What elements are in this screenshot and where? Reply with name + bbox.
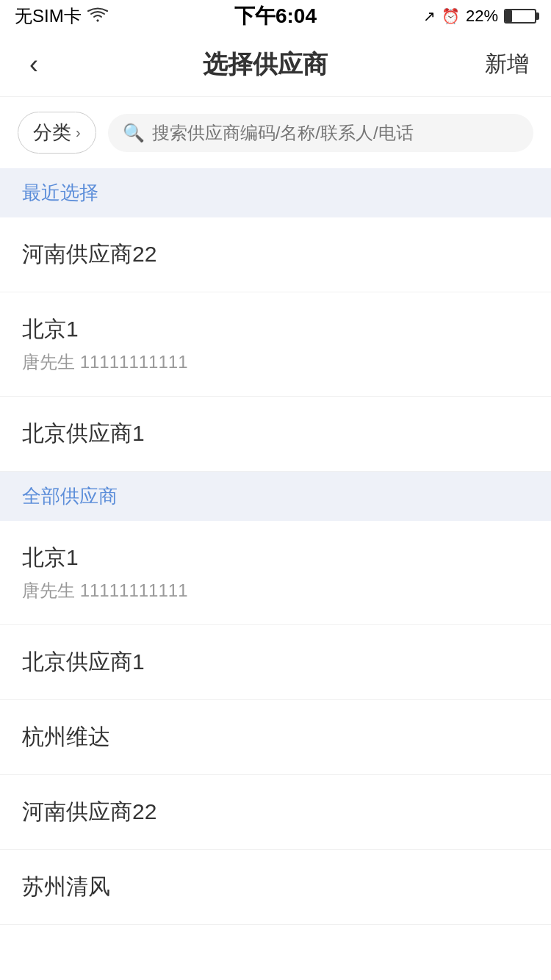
status-left: 无SIM卡 — [15, 4, 108, 28]
category-label: 分类 — [33, 120, 71, 145]
status-right: ↗ ⏰ 22% — [423, 7, 536, 26]
item-name: 北京供应商1 — [22, 419, 529, 449]
nav-bar: ‹ 选择供应商 新增 — [0, 32, 551, 97]
battery-percent: 22% — [466, 7, 498, 26]
item-name: 苏州清风 — [22, 872, 529, 902]
recent-list: 河南供应商22北京1唐先生 11111111111北京供应商1 — [0, 217, 551, 472]
recent-list-item[interactable]: 北京1唐先生 11111111111 — [0, 292, 551, 397]
item-name: 北京1 — [22, 314, 529, 345]
category-button[interactable]: 分类 › — [18, 112, 96, 154]
chevron-right-icon: › — [76, 124, 81, 141]
carrier-text: 无SIM卡 — [15, 4, 82, 28]
recent-list-item[interactable]: 北京供应商1 — [0, 397, 551, 472]
search-box: 🔍 — [108, 114, 533, 152]
location-icon: ↗ — [423, 7, 436, 25]
filter-bar: 分类 › 🔍 — [0, 97, 551, 168]
wifi-icon — [87, 6, 108, 26]
all-section-header: 全部供应商 — [0, 472, 551, 521]
all-list-item[interactable]: 北京供应商1 — [0, 625, 551, 700]
item-name: 河南供应商22 — [22, 239, 529, 270]
status-bar: 无SIM卡 下午6:04 ↗ ⏰ 22% — [0, 0, 551, 32]
battery-icon — [504, 9, 536, 24]
search-input[interactable] — [152, 123, 519, 143]
add-button[interactable]: 新增 — [485, 49, 529, 79]
item-sub: 唐先生 11111111111 — [22, 350, 529, 374]
alarm-icon: ⏰ — [442, 7, 460, 25]
all-section-title: 全部供应商 — [22, 485, 118, 507]
status-time: 下午6:04 — [234, 2, 317, 30]
all-list-item[interactable]: 苏州清风 — [0, 850, 551, 925]
item-name: 河南供应商22 — [22, 797, 529, 827]
back-button[interactable]: ‹ — [22, 42, 46, 87]
all-list-item[interactable]: 北京1唐先生 11111111111 — [0, 521, 551, 625]
recent-list-item[interactable]: 河南供应商22 — [0, 217, 551, 292]
recent-section-header: 最近选择 — [0, 168, 551, 217]
all-list: 北京1唐先生 11111111111北京供应商1杭州维达河南供应商22苏州清风 — [0, 521, 551, 925]
page-title: 选择供应商 — [203, 48, 328, 82]
item-name: 杭州维达 — [22, 722, 529, 752]
search-icon: 🔍 — [123, 123, 145, 143]
item-name: 北京供应商1 — [22, 647, 529, 677]
item-name: 北京1 — [22, 543, 529, 573]
all-list-item[interactable]: 杭州维达 — [0, 700, 551, 775]
item-sub: 唐先生 11111111111 — [22, 579, 529, 602]
all-list-item[interactable]: 河南供应商22 — [0, 775, 551, 850]
recent-section-title: 最近选择 — [22, 181, 98, 203]
